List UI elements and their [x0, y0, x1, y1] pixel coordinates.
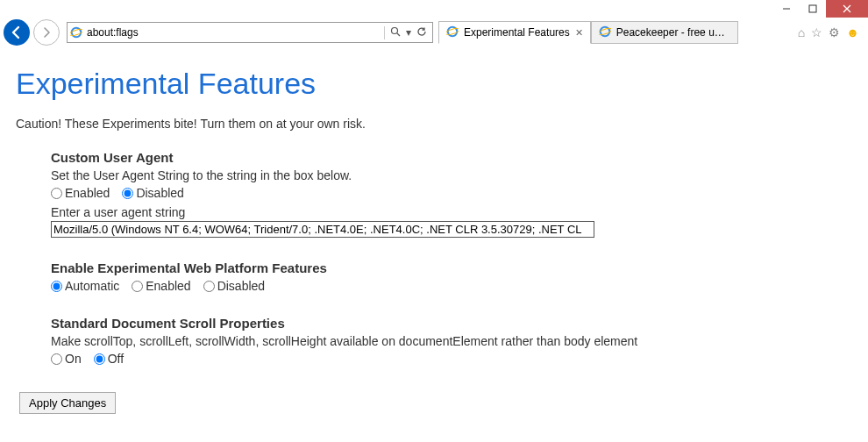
section-heading: Standard Document Scroll Properties	[51, 316, 779, 331]
section-description: Make scrollTop, scrollLeft, scrollWidth,…	[51, 334, 779, 348]
svg-point-6	[392, 27, 398, 33]
radio-exp-enabled[interactable]: Enabled	[132, 279, 190, 293]
nav-forward-button[interactable]	[33, 19, 60, 46]
tab-close-icon[interactable]: ✕	[575, 27, 583, 39]
ie-logo-icon	[446, 25, 459, 40]
feedback-smiley-icon[interactable]: ☻	[846, 26, 859, 39]
ua-input-label: Enter a user agent string	[51, 205, 779, 219]
radio-ua-enabled[interactable]: Enabled	[51, 186, 110, 200]
window-maximize-button[interactable]	[800, 0, 826, 18]
window-minimize-button[interactable]	[773, 0, 800, 18]
tab-peacekeeper[interactable]: Peacekeeper - free universa...	[591, 21, 738, 44]
gear-icon[interactable]: ⚙	[829, 26, 840, 39]
search-icon[interactable]	[390, 26, 401, 39]
address-dropdown-icon[interactable]: ▾	[406, 26, 411, 39]
section-heading: Enable Experimental Web Platform Feature…	[51, 260, 779, 275]
address-input[interactable]	[85, 26, 384, 39]
address-bar[interactable]: ▾	[67, 22, 433, 43]
tab-experimental-features[interactable]: Experimental Features ✕	[438, 21, 591, 44]
favorites-star-icon[interactable]: ☆	[811, 26, 822, 39]
ie-logo-icon	[599, 25, 611, 40]
radio-exp-automatic[interactable]: Automatic	[51, 279, 119, 293]
refresh-icon[interactable]	[416, 26, 427, 39]
section-heading: Custom User Agent	[51, 150, 779, 165]
section-experimental-web: Enable Experimental Web Platform Feature…	[51, 260, 779, 293]
radio-scroll-on[interactable]: On	[51, 352, 82, 366]
window-close-button[interactable]	[826, 0, 868, 18]
section-scroll-properties: Standard Document Scroll Properties Make…	[51, 316, 779, 366]
page-title: Experimental Features	[16, 67, 852, 101]
radio-exp-disabled[interactable]: Disabled	[203, 279, 265, 293]
section-custom-user-agent: Custom User Agent Set the User Agent Str…	[51, 150, 779, 238]
radio-ua-disabled[interactable]: Disabled	[122, 186, 183, 200]
svg-line-7	[397, 33, 400, 36]
tab-label: Peacekeeper - free universa...	[616, 26, 730, 39]
tab-label: Experimental Features	[464, 26, 570, 39]
user-agent-input[interactable]	[51, 221, 594, 238]
nav-back-button[interactable]	[4, 19, 30, 46]
apply-changes-button[interactable]: Apply Changes	[19, 392, 116, 414]
caution-text: Caution! These Experiments bite! Turn th…	[16, 117, 852, 131]
ie-logo-icon	[68, 26, 85, 39]
home-icon[interactable]: ⌂	[798, 26, 805, 39]
section-description: Set the User Agent String to the string …	[51, 168, 779, 182]
radio-scroll-off[interactable]: Off	[94, 352, 124, 366]
svg-rect-1	[809, 5, 816, 12]
